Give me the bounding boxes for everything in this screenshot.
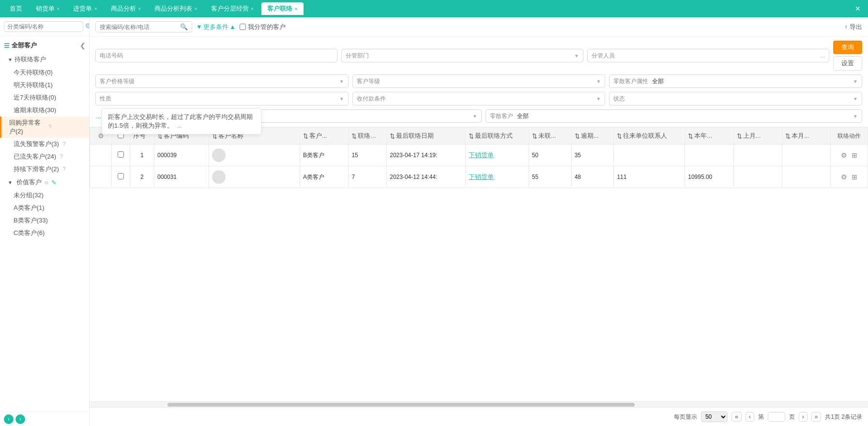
zero-customer-down-icon: ▼ — [853, 114, 858, 119]
row2-action-icon1[interactable]: ⚙ — [841, 173, 847, 181]
status-field[interactable]: 状态 ▼ — [609, 92, 862, 105]
sidebar-item-overdue[interactable]: 逾期未联络(30) — [0, 104, 89, 117]
help-icon-3[interactable]: ? — [60, 153, 63, 160]
col-lastmethod-header[interactable]: ⇅ 最后联络方式 — [466, 128, 529, 145]
window-close-button[interactable]: × — [851, 4, 864, 14]
sidebar-item-declining[interactable]: 持续下滑客户(2) ? — [0, 163, 89, 176]
row1-check[interactable] — [112, 145, 130, 166]
col-year-header[interactable]: ⇅ 本年... — [685, 128, 733, 145]
person-dots[interactable]: ... — [820, 52, 825, 59]
col-type-header[interactable]: ⇅ 客户... — [300, 128, 349, 145]
value-add-icon[interactable]: ✎ — [51, 179, 57, 186]
sidebar-item-tomorrow[interactable]: 明天待联络(1) — [0, 79, 89, 91]
sidebar-item-class-a[interactable]: A类客户(1) — [0, 202, 89, 214]
col-contact-person-header[interactable]: ⇅ 往来单位联系人 — [614, 128, 685, 145]
row1-checkbox[interactable] — [118, 151, 124, 158]
page-number-input[interactable]: 1 — [768, 412, 785, 422]
customer-level-field[interactable]: 客户等级 ▼ — [352, 74, 606, 88]
zero-retail-field[interactable]: 零散客户属性 全部 ▼ — [609, 74, 862, 88]
close-product-list-tab[interactable]: × — [194, 6, 197, 12]
nav-home[interactable]: 首页 — [4, 2, 28, 15]
fold-sidebar-btn[interactable]: ❮ — [80, 42, 85, 49]
last-page-btn[interactable]: » — [811, 412, 822, 422]
close-customer-tier-tab[interactable]: × — [251, 6, 254, 12]
row1-action-icon2[interactable]: ⊞ — [852, 151, 857, 159]
first-page-btn[interactable]: « — [731, 412, 742, 422]
close-customer-contact-tab[interactable]: × — [294, 6, 297, 12]
close-purchase-tab[interactable]: × — [94, 6, 97, 12]
dept-field[interactable]: 分管部门 ▼ — [341, 49, 583, 62]
value-edit-icon[interactable]: ○ — [45, 179, 48, 186]
settings-button[interactable]: 设置 — [833, 56, 862, 71]
col-uncontacted-header[interactable]: ⇅ 未联... — [529, 128, 571, 145]
phone-field[interactable]: 电话号码 — [95, 49, 337, 62]
sidebar-next-btn[interactable]: › — [15, 414, 25, 424]
nav-tab-product-list[interactable]: 商品分析列表 × — [149, 2, 203, 15]
row1-settings[interactable] — [90, 145, 112, 166]
value-section-header[interactable]: ▼ 价值客户 ○ ✎ — [0, 176, 89, 189]
customer-search-input[interactable] — [100, 24, 178, 30]
category-search-icon[interactable]: 🔍 — [85, 23, 90, 30]
category-search-input[interactable] — [4, 21, 83, 32]
scrollbar-thumb[interactable] — [168, 403, 635, 407]
zero-customer-field[interactable]: 零散客户 全部 ▼ — [486, 109, 862, 123]
help-icon[interactable]: ? — [48, 124, 86, 131]
row2-check[interactable] — [112, 166, 130, 188]
filter-icon: ▼ — [196, 23, 202, 30]
more-conditions-btn[interactable]: ▼ 更多条件 ▲ — [196, 23, 236, 31]
search-icon[interactable]: 🔍 — [180, 23, 188, 30]
prev-page-btn[interactable]: ‹ — [746, 412, 754, 422]
close-product-analysis-tab[interactable]: × — [138, 6, 141, 12]
col-thismonth-header[interactable]: ⇅ 本月... — [782, 128, 830, 145]
nav-tab-product-analysis[interactable]: 商品分析 × — [105, 2, 147, 15]
sidebar-item-7days[interactable]: 近7天待联络(0) — [0, 91, 89, 104]
sidebar-item-ungroup[interactable]: 未分组(32) — [0, 189, 89, 202]
col-lastmonth-header[interactable]: ⇅ 上月... — [733, 128, 782, 145]
nav-tab-purchase[interactable]: 进货单 × — [67, 2, 103, 15]
row1-last-method[interactable]: 下销货单 — [466, 145, 529, 166]
next-page-btn[interactable]: › — [799, 412, 807, 422]
query-button[interactable]: 查询 — [833, 41, 862, 54]
customer-level-down-icon: ▼ — [596, 79, 601, 84]
help-icon-4[interactable]: ? — [62, 166, 66, 173]
sidebar-item-repeat-buy[interactable]: 回购异常客户(2) ? — [0, 117, 89, 138]
sidebar-prev-btn[interactable]: ‹ — [4, 414, 14, 424]
nav-tab-customer-tier[interactable]: 客户分层经营 × — [205, 2, 259, 15]
row2-checkbox[interactable] — [118, 173, 124, 179]
row1-action[interactable]: ⚙ ⊞ — [831, 145, 868, 166]
person-field[interactable]: 分管人员 ... — [587, 49, 829, 62]
gender-field[interactable]: 性质 ▼ — [95, 92, 349, 105]
filter-dots-btn[interactable]: ... — [95, 112, 101, 120]
horizontal-scrollbar[interactable] — [90, 401, 868, 407]
col-contact-header[interactable]: ⇅ 联络... — [349, 128, 387, 145]
search-field-container: 🔍 — [95, 21, 192, 32]
row2-settings[interactable] — [90, 166, 112, 188]
my-customer-checkbox[interactable] — [240, 24, 246, 30]
export-button[interactable]: ↑ 导出 — [845, 23, 863, 31]
col-lastdate-header[interactable]: ⇅ 最后联络日期 — [387, 128, 466, 145]
export-icon: ↑ — [845, 23, 848, 30]
row1-action-icon1[interactable]: ⚙ — [841, 151, 847, 159]
pending-section-header[interactable]: ▼ 待联络客户 — [0, 53, 89, 66]
my-customer-checkbox-area[interactable]: 我分管的客户 — [240, 23, 286, 31]
nav-tab-customer-contact[interactable]: 客户联络 × — [261, 2, 303, 15]
pending-arrow: ▼ — [8, 57, 13, 62]
row2-action-icon2[interactable]: ⊞ — [852, 173, 857, 181]
price-level-field[interactable]: 客户价格等级 ▼ — [95, 74, 349, 88]
sidebar-item-churn-warning[interactable]: 流失预警客户(3) ? — [0, 138, 89, 150]
page-size-select[interactable]: 50 20 100 — [701, 411, 728, 422]
sidebar-item-churned[interactable]: 已流失客户(24) ? — [0, 150, 89, 163]
row2-last-method[interactable]: 下销货单 — [466, 166, 529, 188]
sidebar-item-class-c[interactable]: C类客户(6) — [0, 227, 89, 239]
close-sales-tab[interactable]: × — [57, 6, 60, 12]
sidebar-item-today[interactable]: 今天待联络(0) — [0, 66, 89, 79]
dept-down-icon: ▼ — [574, 53, 579, 59]
row2-action[interactable]: ⚙ ⊞ — [831, 166, 868, 188]
col-overdue-header[interactable]: ⇅ 逾期... — [571, 128, 614, 145]
payment-field[interactable]: 收付款条件 ▼ — [352, 92, 606, 105]
help-icon-2[interactable]: ? — [62, 141, 66, 147]
chevron-up-icon: ▲ — [229, 23, 236, 30]
sidebar-item-class-b[interactable]: B类客户(33) — [0, 214, 89, 227]
row1-avatar — [212, 148, 226, 162]
nav-tab-sales[interactable]: 销货单 × — [30, 2, 65, 15]
